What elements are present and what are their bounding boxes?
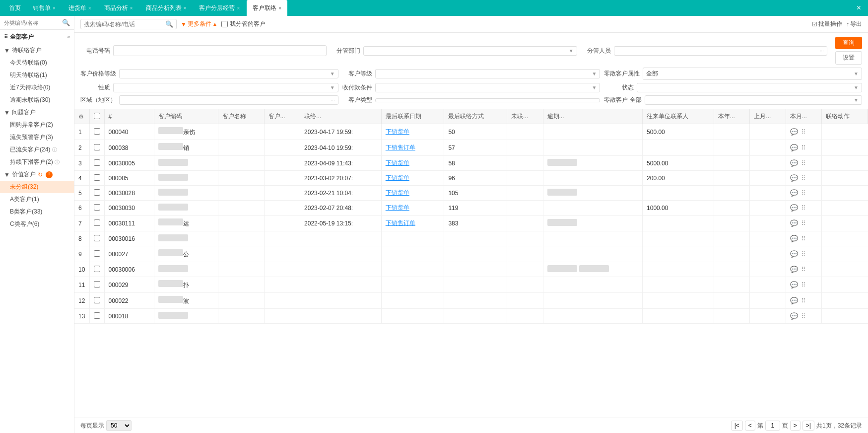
contact-icon[interactable]: 💬 [790,174,798,182]
close-purchase-icon[interactable]: × [88,5,91,11]
contact-icon[interactable]: 💬 [790,144,798,151]
search-icon[interactable]: 🔍 [165,20,173,28]
page-first-btn[interactable]: |< [731,421,743,431]
more-icon[interactable]: ⠿ [801,312,806,320]
pricelevel-select[interactable]: ▼ [119,69,338,78]
row-checkbox[interactable] [94,250,100,257]
nav-home[interactable]: 首页 [4,4,26,12]
sidebar-item-declining[interactable]: 持续下滑客户(2) ⓘ [0,156,74,168]
row-checkbox[interactable] [94,266,100,272]
refresh-icon[interactable]: ↻ [38,171,43,178]
page-last-btn[interactable]: >| [802,421,814,431]
contact-icon[interactable]: 💬 [790,312,798,320]
nature-select[interactable]: ▼ [113,83,338,92]
retail-select[interactable]: ▼ [645,95,862,105]
more-icon[interactable]: ⠿ [801,250,806,258]
search-input[interactable] [84,21,163,28]
more-conditions-btn[interactable]: ▼ 更多条件 ▲ [181,20,217,28]
sidebar-item-tomorrow[interactable]: 明天待联络(1) [0,69,74,81]
row-checkbox[interactable] [94,297,100,303]
more-icon[interactable]: ⠿ [801,174,806,182]
sidebar-collapse-icon[interactable]: « [67,34,70,40]
nav-tab-purchase[interactable]: 进货单 × [63,0,97,16]
row-checkbox[interactable] [94,189,100,196]
level-select[interactable]: ▼ [375,69,601,78]
sidebar-group-value[interactable]: ▼ 价值客户 ↻ ! [0,168,74,181]
contact-icon[interactable]: 💬 [790,204,798,212]
contact-icon[interactable]: 💬 [790,297,798,304]
page-input[interactable] [765,421,780,431]
more-icon[interactable]: ⠿ [801,219,806,227]
all-customers-header[interactable]: ⠿ 全部客户 « [0,30,74,44]
nav-tab-customercontact[interactable]: 客户联络 × [247,0,287,16]
close-salesorder-icon[interactable]: × [53,5,56,11]
row-checkbox[interactable] [94,312,100,319]
contact-icon[interactable]: 💬 [790,128,798,136]
more-icon[interactable]: ⠿ [801,235,806,242]
payment-select[interactable]: ▼ [375,83,601,92]
close-all-icon[interactable]: × [854,3,864,12]
status-select[interactable]: ▼ [637,83,862,92]
nav-tab-analysislist[interactable]: 商品分析列表 × [140,0,193,16]
contact-icon[interactable]: 💬 [790,189,798,197]
page-next-btn[interactable]: > [790,421,801,431]
nav-tab-customerlayer[interactable]: 客户分层经营 × [193,0,246,16]
close-customercontact-icon[interactable]: × [278,5,281,11]
row-checkbox[interactable] [94,204,100,211]
sidebar-search-icon[interactable]: 🔍 [62,19,70,26]
contact-icon[interactable]: 💬 [790,159,798,167]
person-select[interactable]: ··· [614,46,827,56]
my-customers-check[interactable] [221,21,228,27]
row-checkbox[interactable] [94,235,100,241]
custtype-select[interactable] [375,98,601,102]
nav-tab-salesorder[interactable]: 销售单 × [27,0,62,16]
contact-icon[interactable]: 💬 [790,219,798,227]
settings-icon[interactable]: ⚙ [78,113,84,120]
contact-icon[interactable]: 💬 [790,235,798,242]
row-checkbox[interactable] [94,281,100,288]
sidebar-item-ungroup[interactable]: 未分组(32) [0,181,74,193]
more-icon[interactable]: ⠿ [801,128,806,136]
contact-icon[interactable]: 💬 [790,281,798,289]
contact-icon[interactable]: 💬 [790,266,798,273]
sidebar-item-today[interactable]: 今天待联络(0) [0,57,74,69]
close-analysis-icon[interactable]: × [130,5,133,11]
more-icon[interactable]: ⠿ [801,281,806,289]
row-checkbox[interactable] [94,128,100,135]
row-checkbox[interactable] [94,174,100,181]
sidebar-search-input[interactable] [4,20,60,26]
my-customers-checkbox[interactable]: 我分管的客户 [221,20,266,28]
sidebar-item-churned[interactable]: 已流失客户(24) ⓘ [0,144,74,156]
sidebar-item-overdue[interactable]: 逾期未联络(30) [0,94,74,106]
more-icon[interactable]: ⠿ [801,159,806,167]
sidebar-item-abnormal[interactable]: 固购异常客户(2) [0,119,74,131]
row-checkbox[interactable] [94,144,100,150]
dept-select[interactable]: ▼ [363,46,577,56]
nav-tab-analysis[interactable]: 商品分析 × [98,0,139,16]
sidebar-item-class-a[interactable]: A类客户(1) [0,193,74,206]
more-icon[interactable]: ⠿ [801,144,806,151]
row-checkbox[interactable] [94,219,100,226]
batch-ops-btn[interactable]: ☑ 批量操作 [812,20,842,28]
sidebar-item-class-c[interactable]: C类客户(6) [0,218,74,230]
sidebar-group-pending[interactable]: ▼ 待联络客户 [0,44,74,57]
phone-input[interactable] [113,45,327,56]
sidebar-item-7days[interactable]: 近7天待联络(0) [0,81,74,94]
region-select[interactable]: ··· [119,95,338,105]
more-icon[interactable]: ⠿ [801,266,806,273]
sidebar-item-class-b[interactable]: B类客户(33) [0,206,74,218]
close-customerlayer-icon[interactable]: × [237,5,240,11]
select-all-checkbox[interactable] [94,113,100,119]
sidebar-group-problem[interactable]: ▼ 问题客户 [0,106,74,119]
contact-icon[interactable]: 💬 [790,250,798,258]
query-button[interactable]: 查询 [835,37,862,49]
row-checkbox[interactable] [94,159,100,166]
more-icon[interactable]: ⠿ [801,189,806,197]
close-analysislist-icon[interactable]: × [184,5,187,11]
export-btn[interactable]: ↑ 导出 [846,20,862,28]
page-size-select[interactable]: 50 100 200 [106,420,132,431]
more-icon[interactable]: ⠿ [801,297,806,304]
sidebar-item-churn-warn[interactable]: 流失预警客户(3) [0,131,74,144]
page-prev-btn[interactable]: < [745,421,755,431]
reset-button[interactable]: 设置 [835,51,862,65]
